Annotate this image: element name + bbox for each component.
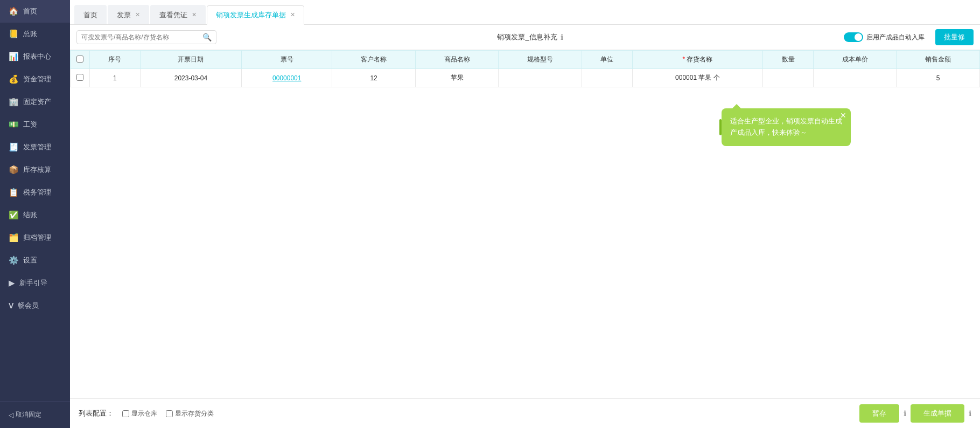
- col-seq: 序号: [90, 51, 141, 69]
- cell-customer: 12: [332, 69, 416, 87]
- select-all-checkbox[interactable]: [76, 56, 83, 63]
- col-date: 开票日期: [140, 51, 241, 69]
- capital-icon: 💰: [9, 74, 19, 84]
- sidebar-item-settings[interactable]: ⚙️ 设置: [0, 249, 70, 272]
- tab-home[interactable]: 首页: [74, 5, 107, 24]
- cell-qty: [763, 69, 814, 87]
- auto-warehouse-toggle[interactable]: [844, 32, 863, 42]
- sidebar-item-label: 工资: [23, 120, 37, 129]
- fixed-assets-icon: 🏢: [9, 97, 19, 107]
- tab-home-label: 首页: [83, 10, 97, 20]
- required-star: *: [682, 56, 685, 63]
- sidebar-item-capital[interactable]: 💰 资金管理: [0, 68, 70, 91]
- tooltip-close-button[interactable]: ✕: [840, 112, 846, 119]
- archive-icon: 🗂️: [9, 233, 19, 243]
- search-box[interactable]: 🔍: [76, 30, 216, 44]
- batch-button[interactable]: 批量修: [935, 29, 974, 45]
- col-invoice-no: 票号: [242, 51, 332, 69]
- row-checkbox[interactable]: [76, 74, 83, 81]
- invoice-no-link[interactable]: 00000001: [272, 74, 301, 82]
- footer: 列表配置： 显示仓库 显示存货分类 暂存 ℹ 生成单据 ℹ: [70, 398, 980, 428]
- report-icon: 📊: [9, 52, 19, 61]
- cell-seq: 1: [90, 69, 141, 87]
- inventory-icon: 📦: [9, 165, 19, 175]
- guide-icon: ▶: [9, 278, 15, 288]
- col-customer: 客户名称: [332, 51, 416, 69]
- tax-icon: 📋: [9, 188, 19, 197]
- invoice-mgmt-icon: 🧾: [9, 142, 19, 152]
- table-container: 序号 开票日期 票号 客户名称 商品名称 规格型号 单位 * 存货名称 数量 成…: [70, 50, 980, 398]
- tooltip-bubble: ✕ 适合生产型企业，销项发票自动生成产成品入库，快来体验～: [722, 108, 851, 146]
- sidebar-item-payroll[interactable]: 💵 工资: [0, 113, 70, 136]
- tab-sales-invoice-label: 销项发票生成库存单据: [216, 10, 286, 20]
- tab-bar: 首页 发票 ✕ 查看凭证 ✕ 销项发票生成库存单据 ✕: [70, 0, 980, 25]
- sidebar-item-guide[interactable]: ▶ 新手引导: [0, 272, 70, 294]
- tab-sales-invoice-close[interactable]: ✕: [290, 11, 295, 18]
- tab-invoice-close[interactable]: ✕: [135, 11, 140, 18]
- col-inventory: * 存货名称: [632, 51, 762, 69]
- sidebar-item-label: 首页: [23, 6, 37, 16]
- show-inventory-category-check[interactable]: 显示存货分类: [166, 409, 214, 418]
- home-icon: 🏠: [9, 6, 19, 16]
- sidebar-item-label: 结账: [23, 210, 37, 220]
- sidebar-item-label: 归档管理: [23, 233, 51, 243]
- sidebar-item-label: 设置: [23, 256, 37, 265]
- show-warehouse-checkbox[interactable]: [122, 410, 129, 417]
- show-inventory-category-checkbox[interactable]: [166, 410, 173, 417]
- sidebar-item-invoice-mgmt[interactable]: 🧾 发票管理: [0, 136, 70, 158]
- sidebar-item-tax[interactable]: 📋 税务管理: [0, 181, 70, 204]
- sidebar-item-archive[interactable]: 🗂️ 归档管理: [0, 226, 70, 249]
- search-input[interactable]: [81, 33, 202, 41]
- sidebar-item-report[interactable]: 📊 报表中心: [0, 45, 70, 68]
- sidebar-item-home[interactable]: 🏠 首页: [0, 0, 70, 23]
- col-qty: 数量: [763, 51, 814, 69]
- sidebar-item-label: 库存核算: [23, 165, 51, 175]
- table-row: 1 2023-03-04 00000001 12 苹果 000001 苹果 个 …: [71, 69, 980, 87]
- ledger-icon: 📒: [9, 29, 19, 39]
- cell-cost-price: [813, 69, 897, 87]
- sidebar-item-label: 畅会员: [18, 301, 39, 310]
- tab-view-voucher[interactable]: 查看凭证 ✕: [150, 5, 206, 24]
- payroll-icon: 💵: [9, 120, 19, 129]
- cell-unit: [582, 69, 632, 87]
- pin-button[interactable]: ◁ 取消固定: [0, 406, 70, 424]
- sidebar-item-ledger[interactable]: 📒 总账: [0, 23, 70, 45]
- col-unit: 单位: [582, 51, 632, 69]
- sidebar-item-label: 发票管理: [23, 142, 51, 152]
- cell-inventory: 000001 苹果 个: [632, 69, 762, 87]
- cell-product: 苹果: [415, 69, 499, 87]
- footer-config-label: 列表配置：: [79, 409, 114, 418]
- show-warehouse-label: 显示仓库: [131, 409, 157, 418]
- table-header-row: 序号 开票日期 票号 客户名称 商品名称 规格型号 单位 * 存货名称 数量 成…: [71, 51, 980, 69]
- show-inventory-category-label: 显示存货分类: [175, 409, 214, 418]
- save-button[interactable]: 暂存: [859, 404, 899, 423]
- generate-info-icon[interactable]: ℹ: [969, 409, 971, 418]
- sidebar-bottom: ◁ 取消固定: [0, 401, 70, 428]
- pin-icon: ◁: [9, 411, 13, 419]
- cell-invoice-no: 00000001: [242, 69, 332, 87]
- vip-icon: V: [9, 301, 13, 310]
- sidebar-item-vip[interactable]: V 畅会员: [0, 294, 70, 317]
- tab-view-voucher-close[interactable]: ✕: [192, 11, 197, 18]
- col-sales-amount: 销售金额: [897, 51, 980, 69]
- cell-sales-amount: 5: [897, 69, 980, 87]
- cell-spec: [499, 69, 582, 87]
- generate-button[interactable]: 生成单据: [911, 404, 964, 423]
- sidebar-item-label: 税务管理: [23, 188, 51, 197]
- info-icon[interactable]: ℹ: [561, 33, 563, 42]
- sidebar-item-label: 资金管理: [23, 74, 51, 84]
- tooltip-text: 适合生产型企业，销项发票自动生成产成品入库，快来体验～: [730, 117, 842, 136]
- data-table: 序号 开票日期 票号 客户名称 商品名称 规格型号 单位 * 存货名称 数量 成…: [70, 50, 980, 87]
- save-info-icon[interactable]: ℹ: [904, 409, 906, 418]
- col-checkbox: [71, 51, 90, 69]
- search-icon[interactable]: 🔍: [202, 33, 212, 42]
- col-spec: 规格型号: [499, 51, 582, 69]
- sidebar-item-settlement[interactable]: ✅ 结账: [0, 204, 70, 226]
- sidebar-item-fixed-assets[interactable]: 🏢 固定资产: [0, 91, 70, 113]
- tab-invoice[interactable]: 发票 ✕: [108, 5, 149, 24]
- tab-sales-invoice[interactable]: 销项发票生成库存单据 ✕: [207, 5, 304, 25]
- pin-label: 取消固定: [16, 410, 41, 419]
- sidebar-item-inventory[interactable]: 📦 库存核算: [0, 158, 70, 181]
- sidebar-item-label: 总账: [23, 29, 37, 39]
- show-warehouse-check[interactable]: 显示仓库: [122, 409, 157, 418]
